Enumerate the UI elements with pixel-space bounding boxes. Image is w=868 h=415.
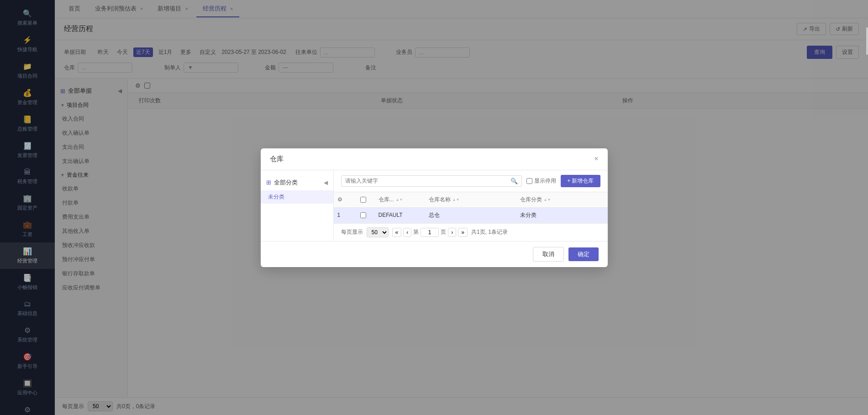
search-input-wrap: 🔍	[341, 175, 522, 187]
page-label: 页	[441, 228, 446, 236]
modal-close-button[interactable]: ×	[594, 155, 598, 163]
add-warehouse-button[interactable]: + 新增仓库	[561, 175, 600, 187]
cell-category: 未分类	[516, 211, 608, 219]
modal-footer: 取消 确定	[261, 241, 608, 267]
modal-page-size-label: 每页显示	[341, 228, 363, 236]
modal-table: ⚙ 仓库... ▲▼ 仓库名称 ▲▼	[334, 192, 608, 223]
search-icon[interactable]: 🔍	[510, 178, 518, 184]
th-code-label: 仓库...	[379, 196, 394, 204]
modal-left-header[interactable]: ⊞ 全部分类 ◀	[261, 175, 333, 190]
cell-index: 1	[334, 211, 357, 219]
page-input[interactable]	[421, 228, 439, 237]
page-prev-btn[interactable]: ‹	[403, 228, 411, 237]
modal-category-label: 未分类	[268, 194, 284, 200]
page-first-btn[interactable]: «	[392, 228, 402, 237]
show-disabled-text: 显示停用	[534, 177, 556, 185]
page-next-btn[interactable]: ›	[448, 228, 456, 237]
th-category-label: 仓库分类	[520, 196, 542, 204]
modal-toolbar: 🔍 显示停用 + 新增仓库	[334, 170, 608, 192]
table-row[interactable]: 1 DEFAULT 总仓 未分类	[334, 208, 608, 223]
row-name: 总仓	[429, 211, 440, 219]
th-code[interactable]: 仓库... ▲▼	[375, 196, 425, 204]
sort-arrows-category: ▲▼	[544, 198, 551, 202]
modal-left-item-uncategorized[interactable]: 未分类	[261, 190, 333, 204]
modal-total-text: 共1页, 1条记录	[471, 228, 508, 236]
modal-collapse-icon[interactable]: ◀	[324, 179, 328, 186]
cell-code: DEFAULT	[375, 211, 425, 219]
warehouse-modal: 仓库 × ⊞ 全部分类 ◀ 未分类	[261, 148, 608, 267]
th-name[interactable]: 仓库名称 ▲▼	[425, 196, 516, 204]
page-label-pre: 第	[413, 228, 419, 236]
sort-arrows-code: ▲▼	[396, 198, 403, 202]
modal-search-input[interactable]	[345, 178, 509, 184]
modal-pagination: 每页显示 50 « ‹ 第 页 › » 共1页, 1条记录	[334, 223, 608, 241]
th-name-label: 仓库名称	[429, 196, 451, 204]
gear-icon[interactable]: ⚙	[337, 196, 342, 203]
modal-right-panel: 🔍 显示停用 + 新增仓库 ⚙	[334, 170, 608, 241]
confirm-button[interactable]: 确定	[568, 247, 599, 261]
page-last-btn[interactable]: »	[458, 228, 468, 237]
add-warehouse-label: + 新增仓库	[567, 177, 594, 185]
modal-title: 仓库	[270, 155, 284, 163]
th-category[interactable]: 仓库分类 ▲▼	[516, 196, 608, 204]
row-checkbox[interactable]	[360, 212, 366, 218]
modal-left-panel: ⊞ 全部分类 ◀ 未分类	[261, 170, 334, 241]
cell-name: 总仓	[425, 211, 516, 219]
page-nav: « ‹ 第 页 › »	[392, 228, 468, 237]
modal-grid-icon: ⊞	[266, 179, 271, 186]
th-gear: ⚙	[334, 196, 357, 204]
sort-arrows-name: ▲▼	[452, 198, 460, 202]
modal-header: 仓库 ×	[261, 148, 608, 170]
modal-left-title: 全部分类	[274, 179, 298, 187]
cell-checkbox	[357, 211, 375, 219]
row-index: 1	[337, 212, 341, 218]
modal-table-header: ⚙ 仓库... ▲▼ 仓库名称 ▲▼	[334, 192, 608, 208]
show-disabled-label[interactable]: 显示停用	[526, 177, 556, 185]
modal-overlay: 仓库 × ⊞ 全部分类 ◀ 未分类	[0, 0, 868, 415]
th-checkbox	[357, 196, 375, 204]
table-header-checkbox[interactable]	[360, 197, 366, 203]
row-category: 未分类	[520, 211, 537, 219]
show-disabled-checkbox[interactable]	[526, 178, 532, 184]
modal-body: ⊞ 全部分类 ◀ 未分类 🔍	[261, 170, 608, 241]
row-code: DEFAULT	[379, 212, 403, 218]
cancel-button[interactable]: 取消	[533, 247, 564, 262]
modal-page-size-select[interactable]: 50	[367, 227, 389, 237]
